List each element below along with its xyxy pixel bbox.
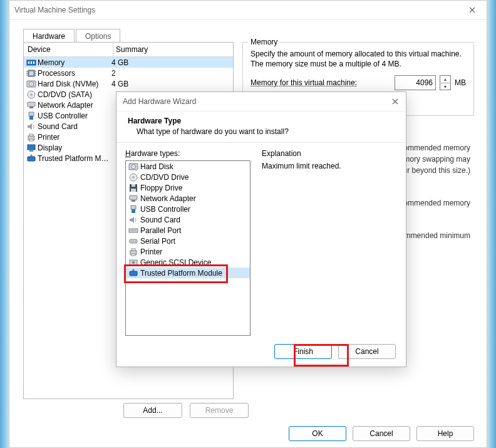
- hardware-type-row[interactable]: Hard Disk: [126, 161, 250, 172]
- hardware-type-row[interactable]: Serial Port: [126, 236, 250, 246]
- col-device[interactable]: Device: [24, 45, 113, 54]
- hardware-type-row[interactable]: Parallel Port: [126, 225, 250, 236]
- usb-icon: [128, 204, 138, 214]
- wizard-close-icon[interactable]: [391, 97, 400, 106]
- device-name: Processors: [38, 69, 109, 78]
- scsi-icon: [128, 258, 138, 268]
- hardware-type-row[interactable]: CD/DVD Drive: [126, 172, 250, 182]
- hardware-types-list[interactable]: Hard DiskCD/DVD DriveFloppy DriveNetwork…: [125, 160, 251, 336]
- device-name: Hard Disk (NVMe): [38, 80, 109, 88]
- device-name: Sound Card: [38, 122, 109, 131]
- printer-icon: [26, 132, 36, 142]
- ok-button[interactable]: OK: [289, 426, 346, 441]
- hdd-icon: [26, 79, 36, 89]
- memory-spinner[interactable]: ▲▼: [440, 75, 451, 90]
- hardware-type-name: Hard Disk: [140, 162, 173, 171]
- device-name: Network Adapter: [38, 101, 109, 110]
- settings-titlebar: Virtual Machine Settings: [9, 1, 487, 20]
- hardware-type-name: CD/DVD Drive: [140, 173, 189, 182]
- device-row[interactable]: Hard Disk (NVMe)4 GB: [24, 78, 233, 89]
- device-name: Display: [38, 143, 109, 152]
- wizard-sub: What type of hardware do you want to ins…: [128, 127, 395, 136]
- hardware-type-row[interactable]: USB Controller: [126, 204, 250, 214]
- network-icon: [128, 194, 138, 204]
- tpm-icon: [26, 154, 36, 164]
- cancel-button[interactable]: Cancel: [353, 426, 410, 441]
- add-button[interactable]: Add...: [123, 403, 182, 418]
- printer-icon: [128, 247, 138, 257]
- hardware-type-name: Floppy Drive: [140, 184, 182, 192]
- memory-legend: Memory: [248, 38, 280, 46]
- hardware-type-row[interactable]: Sound Card: [126, 214, 250, 225]
- remove-button: Remove: [190, 403, 249, 418]
- hardware-type-name: Trusted Platform Module: [140, 269, 222, 278]
- wizard-cancel-button[interactable]: Cancel: [338, 344, 396, 359]
- cpu-icon: [26, 68, 36, 78]
- network-icon: [26, 100, 36, 110]
- sound-icon: [128, 215, 138, 225]
- wizard-titlebar: Add Hardware Wizard: [116, 92, 406, 112]
- device-name: Printer: [38, 133, 109, 142]
- hardware-type-name: Serial Port: [140, 237, 175, 246]
- floppy-icon: [128, 183, 138, 193]
- settings-title: Virtual Machine Settings: [14, 6, 95, 14]
- help-button[interactable]: Help: [416, 426, 474, 441]
- display-icon: [26, 143, 36, 153]
- device-name: USB Controller: [38, 112, 109, 120]
- tpm-icon: [128, 268, 138, 278]
- hardware-type-name: Printer: [140, 247, 162, 256]
- wizard-heading: Hardware Type: [128, 117, 395, 125]
- close-icon[interactable]: [463, 4, 482, 16]
- hardware-type-row[interactable]: Printer: [126, 246, 250, 257]
- memory-icon: [26, 58, 36, 68]
- hdd-icon: [128, 162, 138, 172]
- memory-label: Memory for this virtual machine:: [251, 78, 357, 87]
- device-row[interactable]: Processors2: [24, 68, 233, 78]
- device-summary: 2: [109, 69, 233, 78]
- hardware-type-row[interactable]: Floppy Drive: [126, 182, 250, 193]
- device-name: Memory: [38, 58, 109, 67]
- sound-icon: [26, 122, 36, 132]
- add-hardware-wizard: Add Hardware Wizard Hardware Type What t…: [116, 91, 406, 367]
- device-name: CD/DVD (SATA): [38, 90, 109, 99]
- device-row[interactable]: Memory4 GB: [24, 57, 233, 68]
- col-summary[interactable]: Summary: [113, 43, 233, 56]
- memory-input[interactable]: [395, 75, 436, 90]
- usb-icon: [26, 111, 36, 121]
- hardware-type-row[interactable]: Trusted Platform Module: [126, 268, 250, 278]
- memory-desc: Specify the amount of memory allocated t…: [251, 49, 466, 69]
- explanation-text: Maximum limit reached.: [262, 162, 397, 170]
- tab-hardware[interactable]: Hardware: [23, 29, 75, 43]
- hardware-types-label: Hardware types:: [125, 149, 251, 158]
- cd-icon: [26, 90, 36, 100]
- parallel-icon: [128, 226, 138, 236]
- hardware-type-name: Sound Card: [140, 216, 180, 224]
- tab-options[interactable]: Options: [76, 29, 120, 43]
- device-summary: 4 GB: [109, 80, 233, 88]
- hardware-type-name: Generic SCSI Device: [140, 258, 211, 267]
- hardware-type-name: USB Controller: [140, 205, 190, 214]
- explanation-label: Explanation: [262, 149, 397, 158]
- device-name: Trusted Platform Mo...: [38, 154, 109, 163]
- hardware-type-row[interactable]: Network Adapter: [126, 193, 250, 204]
- memory-unit: MB: [455, 78, 466, 87]
- cd-icon: [128, 172, 138, 182]
- hardware-type-row[interactable]: Generic SCSI Device: [126, 257, 250, 268]
- finish-button[interactable]: Finish: [274, 344, 332, 359]
- serial-icon: [128, 236, 138, 246]
- hardware-type-name: Parallel Port: [140, 226, 181, 235]
- device-summary: 4 GB: [109, 58, 233, 67]
- device-list-header: Device Summary: [24, 43, 233, 57]
- hardware-type-name: Network Adapter: [140, 194, 196, 203]
- wizard-title: Add Hardware Wizard: [123, 97, 196, 106]
